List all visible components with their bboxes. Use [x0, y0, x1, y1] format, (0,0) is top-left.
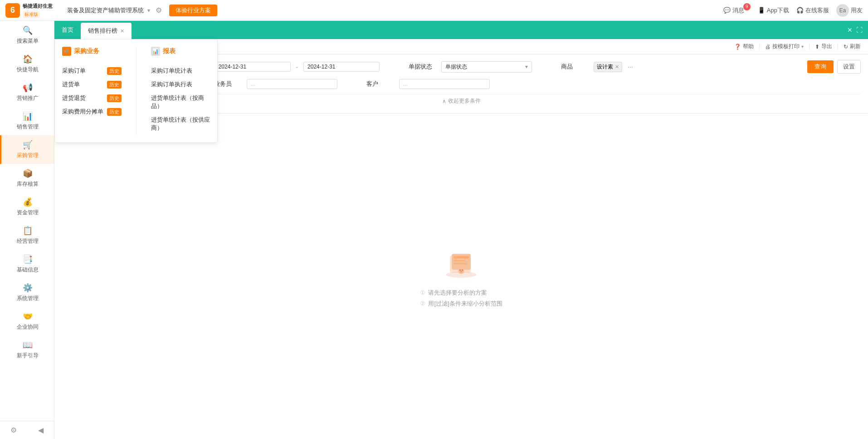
purchase-col-icon: 🛒	[62, 47, 71, 56]
report-col: 📊 报表 采购订单统计表 采购订单执行表 进货单统计表（按商品） 进货单统计表（…	[151, 47, 210, 135]
help-btn[interactable]: ❓ 帮助	[734, 43, 754, 50]
customer-select[interactable]: ...	[399, 79, 490, 89]
report-purchase-order-stat[interactable]: 采购订单统计表	[151, 64, 210, 78]
logo-icon: 6	[5, 3, 20, 18]
bill-status-label: 单据状态	[409, 63, 436, 71]
tab-close-window-icon[interactable]: ✕	[847, 26, 853, 34]
dropdown-arrow-icon[interactable]: ▾	[147, 7, 150, 14]
history-badge-2: 历史	[107, 81, 122, 89]
svg-point-7	[459, 269, 461, 271]
sidebar-item-finance[interactable]: 💰 资金管理	[0, 192, 54, 221]
bill-status-dropdown-icon: ▾	[525, 64, 528, 70]
empty-text: ① 请先选择要分析的方案 ② 用[过滤]条件来缩小分析范围	[420, 289, 502, 308]
tab-expand-icon[interactable]: ⛶	[856, 26, 863, 34]
salesperson-select[interactable]: ...	[247, 79, 337, 89]
sidebar-item-marketing[interactable]: 📢 营销推广	[0, 78, 54, 107]
sidebar-item-search[interactable]: 🔍 搜索菜单	[0, 21, 54, 49]
top-header: 6 畅捷通好生意 标准版 装备及固定资产辅助管理系统 ▾ ⚙ 体验行业方案 💬 …	[0, 0, 868, 21]
history-badge-4: 历史	[107, 108, 122, 116]
purchase-icon: 🛒	[23, 140, 33, 150]
sidebar-item-purchase[interactable]: 🛒 采购管理	[0, 135, 54, 164]
sidebar: 🔍 搜索菜单 🏠 快捷导航 📢 营销推广 📊 销售管理 🛒 采购管理 📦 库存核…	[0, 21, 54, 439]
main-layout: 🔍 搜索菜单 🏠 快捷导航 📢 营销推广 📊 销售管理 🛒 采购管理 📦 库存核…	[0, 21, 868, 439]
sidebar-item-guide[interactable]: 📖 新手引导	[0, 335, 54, 364]
purchase-incoming-item[interactable]: 进货单 历史	[62, 78, 122, 91]
goods-more-icon[interactable]: ···	[628, 63, 633, 70]
content-area: 首页 销售排行榜 ✕ ✕ ⛶ ❓ 帮助 🖨 按模板打印 ▾	[54, 21, 868, 439]
message-icon: 💬	[723, 7, 731, 14]
purchase-col: 🛒 采购业务 采购订单 历史 进货单 历史 进货退货 历史 采购费用分摊单	[62, 47, 122, 135]
purchase-expense-item[interactable]: 采购费用分摊单 历史	[62, 105, 122, 118]
cooperation-icon: 🤝	[23, 311, 33, 321]
collapse-up-icon: ∧	[442, 98, 446, 104]
tab-sales-rank[interactable]: 销售排行榜 ✕	[81, 23, 132, 39]
svg-point-8	[462, 269, 463, 271]
toolbar-divider-2	[809, 44, 809, 50]
print-icon: 🖨	[765, 44, 770, 50]
toolbar-divider-1	[759, 44, 760, 50]
date-start-input[interactable]	[215, 62, 291, 72]
empty-state: ① 请先选择要分析的方案 ② 用[过滤]条件来缩小分析范围	[54, 113, 868, 439]
sidebar-item-quick-nav[interactable]: 🏠 快捷导航	[0, 49, 54, 78]
phone-icon: 📱	[758, 7, 765, 14]
search-icon: 🔍	[23, 25, 33, 35]
inventory-icon: 📦	[23, 168, 33, 178]
dropdown-divider	[136, 47, 137, 135]
empty-text-line1: ① 请先选择要分析的方案	[420, 289, 502, 297]
sidebar-item-operations[interactable]: 📋 经营管理	[0, 221, 54, 250]
svg-rect-4	[454, 260, 465, 261]
export-icon: ⬆	[815, 44, 819, 50]
industry-btn[interactable]: 体验行业方案	[169, 5, 217, 16]
toolbar-divider-3	[838, 44, 838, 50]
goods-tag-close[interactable]: ✕	[615, 64, 619, 70]
filter-actions: 查询 设置	[807, 60, 861, 74]
header-right: 💬 消息 9 📱 App下载 🎧 在线客服 Ea 用友	[723, 4, 863, 17]
finance-icon: 💰	[23, 197, 33, 207]
message-btn[interactable]: 💬 消息 9	[723, 6, 751, 15]
history-badge-1: 历史	[107, 67, 122, 75]
sidebar-item-system[interactable]: ⚙️ 系统管理	[0, 278, 54, 307]
help-icon: ❓	[734, 44, 741, 50]
operations-icon: 📋	[23, 226, 33, 236]
basic-info-icon: 📑	[23, 254, 33, 264]
tab-bar-right: ✕ ⛶	[847, 21, 868, 39]
collapse-sidebar-icon[interactable]: ◀	[38, 426, 44, 434]
avatar: Ea	[836, 4, 849, 17]
tab-home[interactable]: 首页	[54, 21, 81, 39]
report-incoming-goods[interactable]: 进货单统计表（按商品）	[151, 91, 210, 113]
logo-text: 畅捷通好生意 标准版	[23, 3, 53, 18]
purchase-return-item[interactable]: 进货退货 历史	[62, 91, 122, 105]
report-purchase-order-exec[interactable]: 采购订单执行表	[151, 78, 210, 91]
online-service-btn[interactable]: 🎧 在线客服	[796, 6, 829, 15]
report-incoming-supplier[interactable]: 进货单统计表（按供应商）	[151, 113, 210, 135]
bill-status-select[interactable]: 单据状态 ▾	[441, 61, 532, 73]
settings-bottom-icon[interactable]: ⚙	[10, 426, 17, 434]
purchase-order-item[interactable]: 采购订单 历史	[62, 64, 122, 78]
system-name: 装备及固定资产辅助管理系统	[67, 6, 144, 15]
sidebar-item-inventory[interactable]: 📦 库存核算	[0, 164, 54, 192]
sales-icon: 📊	[23, 111, 33, 121]
header-nav: 装备及固定资产辅助管理系统 ▾ ⚙ 体验行业方案	[67, 5, 723, 16]
refresh-icon: ↻	[844, 44, 848, 50]
tab-close-icon[interactable]: ✕	[120, 28, 124, 34]
purchase-dropdown-menu: 🛒 采购业务 采购订单 历史 进货单 历史 进货退货 历史 采购费用分摊单	[54, 39, 218, 143]
query-btn[interactable]: 查询	[807, 60, 834, 73]
user-menu[interactable]: Ea 用友	[836, 4, 863, 17]
headset-icon: 🎧	[796, 7, 804, 14]
export-btn[interactable]: ⬆ 导出	[815, 43, 832, 50]
svg-rect-5	[454, 263, 467, 264]
app-download-btn[interactable]: 📱 App下载	[758, 6, 789, 15]
sidebar-bottom: ⚙ ◀	[0, 421, 54, 439]
goods-tag: 设计素 ✕	[594, 62, 622, 72]
settings-btn[interactable]: 设置	[837, 60, 861, 74]
date-end-input[interactable]	[303, 62, 380, 72]
sidebar-item-cooperation[interactable]: 🤝 企业协同	[0, 307, 54, 335]
empty-illustration	[439, 245, 484, 281]
refresh-btn[interactable]: ↻ 刷新	[844, 43, 861, 50]
sidebar-item-sales[interactable]: 📊 销售管理	[0, 107, 54, 135]
sidebar-item-basic-info[interactable]: 📑 基础信息	[0, 250, 54, 278]
settings-icon[interactable]: ⚙	[156, 6, 162, 15]
svg-rect-3	[454, 256, 468, 258]
goods-label: 商品	[561, 63, 588, 71]
print-template-btn[interactable]: 🖨 按模板打印 ▾	[765, 43, 804, 50]
